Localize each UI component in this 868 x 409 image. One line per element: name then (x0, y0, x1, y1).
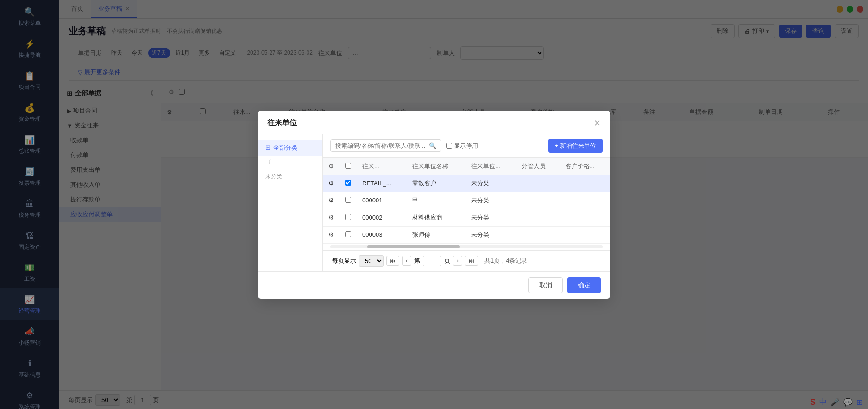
modal-col-name: 往来单位名称 (407, 158, 465, 175)
modal-search-icon: 🔍 (429, 142, 436, 149)
row-name: 张师傅 (407, 226, 465, 243)
page-label: 第 (414, 257, 420, 265)
modal-table-wrap: ⚙ 往来... 往来单位名称 往来单位... 分管人员 客户价格... ⚙ (323, 158, 610, 244)
modal-table-row[interactable]: ⚙ 000002 材料供应商 未分类 (323, 209, 610, 226)
show-inactive-label[interactable]: 显示停用 (446, 142, 478, 150)
row-manager (516, 175, 560, 192)
modal-col-price: 客户价格... (560, 158, 610, 175)
row-settings: ⚙ (323, 226, 340, 243)
row-checkbox[interactable] (340, 192, 357, 209)
row-name: 零散客户 (407, 175, 465, 192)
row-settings: ⚙ (323, 192, 340, 209)
modal-unclassified-label: 未分类 (258, 169, 322, 184)
prev-page-button[interactable]: ‹ (402, 256, 411, 266)
perpage-label: 每页显示 (332, 257, 356, 265)
modal-col-code: 往来... (357, 158, 407, 175)
pagination: 每页显示 50 ⏮ ‹ 第 1 页 › ⏭ 共1页，4条记录 (332, 255, 527, 267)
modal-search-input[interactable] (335, 142, 426, 149)
modal-nav-all[interactable]: ⊞ 全部分类 (258, 140, 322, 156)
perpage-select[interactable]: 50 (359, 255, 384, 267)
modal-table: ⚙ 往来... 往来单位名称 往来单位... 分管人员 客户价格... ⚙ (323, 158, 610, 244)
modal-col-manager: 分管人员 (516, 158, 560, 175)
first-page-button[interactable]: ⏮ (386, 256, 399, 266)
cancel-button[interactable]: 取消 (528, 277, 563, 293)
modal-footer: 每页显示 50 ⏮ ‹ 第 1 页 › ⏭ 共1页，4条记录 (323, 250, 610, 271)
add-partner-button[interactable]: + 新增往来单位 (548, 139, 603, 153)
page-of: 页 (444, 257, 450, 265)
row-name: 材料供应商 (407, 209, 465, 226)
next-page-button[interactable]: › (453, 256, 462, 266)
modal-scrollbar[interactable] (330, 245, 603, 248)
modal-content: 🔍 显示停用 + 新增往来单位 ⚙ (323, 134, 610, 271)
modal-table-row[interactable]: ⚙ RETAIL_... 零散客户 未分类 (323, 175, 610, 192)
row-checkbox[interactable] (340, 175, 357, 192)
modal-col-settings: ⚙ (323, 158, 340, 175)
row-name: 甲 (407, 192, 465, 209)
row-code: RETAIL_... (357, 175, 407, 192)
row-checkbox[interactable] (340, 209, 357, 226)
modal-close-button[interactable]: ✕ (594, 118, 601, 128)
row-manager (516, 226, 560, 243)
modal-scrollbar-thumb (367, 245, 460, 248)
row-checkbox[interactable] (340, 226, 357, 243)
confirm-button[interactable]: 确定 (567, 277, 601, 293)
row-price (560, 192, 610, 209)
row-category: 未分类 (465, 226, 516, 243)
row-code: 000002 (357, 209, 407, 226)
modal-table-row[interactable]: ⚙ 000003 张师傅 未分类 (323, 226, 610, 243)
row-category: 未分类 (465, 209, 516, 226)
modal-overlay: 往来单位 ✕ ⊞ 全部分类 《 未分类 (0, 0, 868, 409)
row-category: 未分类 (465, 175, 516, 192)
modal-toolbar: 🔍 显示停用 + 新增往来单位 (323, 134, 610, 158)
row-code: 000001 (357, 192, 407, 209)
grid-icon-modal: ⊞ (265, 144, 270, 151)
row-manager (516, 192, 560, 209)
row-manager (516, 209, 560, 226)
total-info: 共1页，4条记录 (484, 257, 527, 265)
modal-table-row[interactable]: ⚙ 000001 甲 未分类 (323, 192, 610, 209)
modal-col-checkbox (340, 158, 357, 175)
show-inactive-checkbox[interactable] (446, 143, 452, 149)
collapse-arrow-icon: 《 (265, 158, 271, 166)
row-price (560, 175, 610, 192)
modal-nav-collapse[interactable]: 《 (258, 156, 322, 169)
last-page-button[interactable]: ⏭ (465, 256, 478, 266)
modal-nav: ⊞ 全部分类 《 未分类 (258, 134, 323, 271)
modal-title: 往来单位 (267, 118, 297, 128)
partner-modal: 往来单位 ✕ ⊞ 全部分类 《 未分类 (258, 111, 610, 299)
modal-search-box: 🔍 (330, 139, 441, 152)
row-price (560, 226, 610, 243)
page-number-input[interactable]: 1 (423, 256, 441, 266)
row-category: 未分类 (465, 192, 516, 209)
modal-header: 往来单位 ✕ (258, 111, 610, 134)
row-settings: ⚙ (323, 175, 340, 192)
row-price (560, 209, 610, 226)
modal-col-category: 往来单位... (465, 158, 516, 175)
modal-actions: 取消 确定 (258, 271, 610, 299)
row-code: 000003 (357, 226, 407, 243)
row-settings: ⚙ (323, 209, 340, 226)
modal-body: ⊞ 全部分类 《 未分类 🔍 显示停用 (258, 134, 610, 271)
